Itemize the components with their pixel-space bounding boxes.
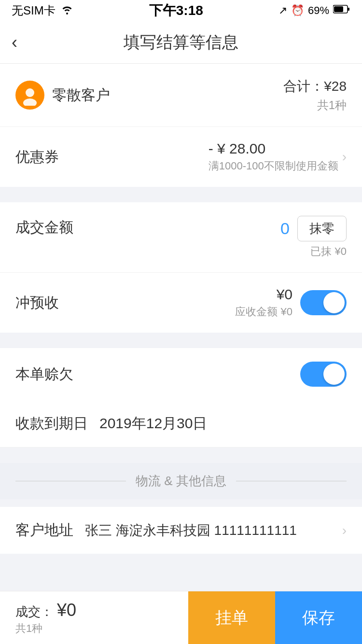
bottom-count: 共1种 [15,621,173,636]
customer-name: 零散客户 [52,85,110,105]
transaction-right: 0 抹零 [280,216,347,241]
divider-line-left [15,481,126,481]
due-date-label: 收款到期日 [15,414,88,434]
round-button[interactable]: 抹零 [297,216,347,241]
bottom-transaction-label: 成交： [15,603,53,620]
location-icon: ↗ [278,4,287,17]
battery-text: 69% [308,4,329,17]
total-amount: 合计：¥28 [283,77,347,96]
coupon-discount: - ¥ 28.00 [209,140,338,157]
transaction-section: 成交金额 0 抹零 已抹 ¥0 冲预收 ¥0 应收金额 ¥0 [0,202,362,333]
prepayment-value: ¥0 [235,286,292,303]
due-date-value: 2019年12月30日 [99,414,207,434]
toggle-knob [323,292,345,313]
coupon-desc: 满1000-100不限制使用金额 [209,159,338,173]
address-section: 客户地址 张三 海淀永丰科技园 11111111111 › [0,507,362,554]
debt-toggle[interactable] [300,362,347,387]
svg-point-4 [23,98,37,106]
coupon-right: - ¥ 28.00 满1000-100不限制使用金额 › [209,140,347,173]
status-bar: 无SIM卡 下午3:18 ↗ ⏰ 69% [0,0,362,21]
prepayment-label: 冲预收 [15,293,59,313]
svg-rect-1 [348,8,349,11]
address-label: 客户地址 [15,520,73,540]
due-date-row: 收款到期日 2019年12月30日 [0,400,362,448]
coupon-chevron-icon: › [342,149,347,165]
coupon-label: 优惠券 [15,147,59,167]
prepayment-right: ¥0 应收金额 ¥0 [235,286,347,319]
svg-point-3 [26,88,34,97]
coupon-row[interactable]: 优惠券 - ¥ 28.00 满1000-100不限制使用金额 › [0,126,362,187]
battery-icon [333,4,350,17]
coupon-info: - ¥ 28.00 满1000-100不限制使用金额 [209,140,338,173]
separator-3 [0,455,362,463]
separator-4 [0,499,362,507]
page-title: 填写结算等信息 [124,31,238,54]
save-button[interactable]: 保存 [275,591,362,644]
wifi-icon [60,4,74,17]
hold-button[interactable]: 挂单 [188,591,275,644]
separator-2 [0,340,362,348]
divider-line-right [236,481,347,481]
transaction-row: 成交金额 0 抹零 已抹 ¥0 [0,202,362,273]
status-left: 无SIM卡 [12,3,74,18]
address-value: 张三 海淀永丰科技园 11111111111 [85,521,342,540]
customer-total: 合计：¥28 共1种 [283,77,347,113]
debt-toggle-knob [323,364,345,385]
content: 零散客户 合计：¥28 共1种 优惠券 - ¥ 28.00 满1000-100不… [0,64,362,619]
customer-section: 零散客户 合计：¥28 共1种 优惠券 - ¥ 28.00 满1000-100不… [0,64,362,187]
prepayment-toggle[interactable] [300,290,347,315]
separator-1 [0,195,362,202]
status-right: ↗ ⏰ 69% [278,4,350,17]
debt-section: 本单赊欠 收款到期日 2019年12月30日 [0,348,362,448]
customer-left: 零散客户 [15,81,110,110]
back-button[interactable]: ‹ [12,32,17,53]
svg-rect-2 [334,6,343,12]
nav-bar: ‹ 填写结算等信息 [0,21,362,64]
debt-row: 本单赊欠 [0,348,362,400]
no-sim-text: 无SIM卡 [12,3,56,18]
alarm-icon: ⏰ [291,4,304,17]
logistics-label: 物流 & 其他信息 [126,473,236,490]
bottom-left: 成交： ¥0 共1种 [0,600,188,636]
transaction-value: 0 [280,219,290,238]
customer-row: 零散客户 合计：¥28 共1种 [0,64,362,126]
total-count: 共1种 [283,98,347,113]
transaction-label: 成交金额 [15,216,73,238]
status-time: 下午3:18 [149,1,203,20]
prepayment-sub: 应收金额 ¥0 [235,305,292,319]
debt-label: 本单赊欠 [15,364,73,384]
prepayment-value-wrap: ¥0 应收金额 ¥0 [235,286,292,319]
logistics-divider: 物流 & 其他信息 [0,463,362,499]
bottom-amount: ¥0 [57,600,76,620]
customer-avatar [15,81,44,110]
transaction-sub: 已抹 ¥0 [280,244,347,259]
bottom-bar: 成交： ¥0 共1种 挂单 保存 [0,591,362,644]
address-chevron-icon: › [342,523,347,538]
address-row[interactable]: 客户地址 张三 海淀永丰科技园 11111111111 › [0,507,362,554]
prepayment-row: 冲预收 ¥0 应收金额 ¥0 [0,273,362,333]
